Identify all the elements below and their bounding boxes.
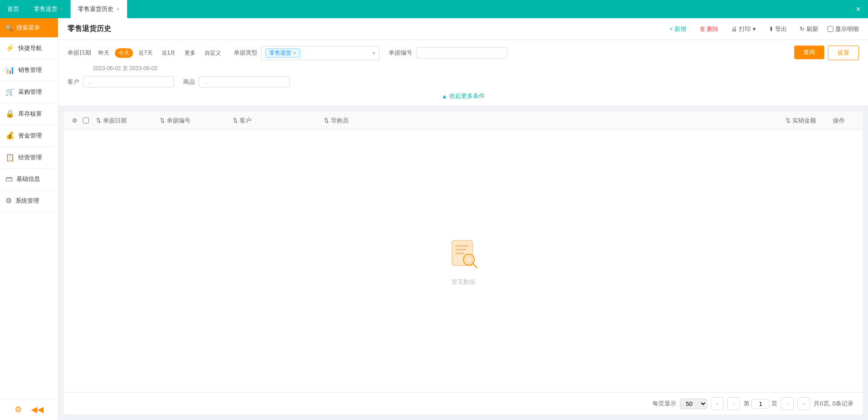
- th-bill-date[interactable]: ⇅ 单据日期: [92, 113, 155, 128]
- print-button-label: 🖨 打印: [731, 25, 751, 33]
- sidebar-item-inventory-label: 库存核算: [18, 110, 42, 118]
- bill-type-tag-remove[interactable]: ×: [293, 50, 296, 56]
- sidebar-item-quick-nav[interactable]: ⚡ 快捷导航: [0, 37, 58, 59]
- tab-retail-return-label: 零售退货: [34, 5, 57, 13]
- date-shortcuts: 昨天 今天 近7天 近1月 更多 自定义: [95, 48, 225, 58]
- sidebar-settings-icon[interactable]: ⚙: [15, 405, 22, 415]
- goods-input[interactable]: [199, 76, 290, 87]
- date-btn-last1month[interactable]: 近1月: [158, 48, 180, 58]
- filter-bill-type: 单据类型 零售退货 × ▾: [234, 46, 380, 60]
- query-button[interactable]: 查询: [794, 46, 824, 59]
- system-mgmt-icon: ⚙: [5, 196, 12, 205]
- bill-no-input[interactable]: [416, 47, 507, 59]
- svg-rect-3: [455, 252, 464, 254]
- th-guide-sort-icon: ⇅: [324, 117, 329, 124]
- sidebar-bottom: ⚙ ◀◀: [0, 399, 58, 420]
- export-button-label: ⬆ 导出: [769, 25, 787, 33]
- th-customer-label: 客户: [240, 117, 252, 125]
- date-btn-today[interactable]: 今天: [115, 48, 133, 58]
- th-bill-no-label: 单据编号: [167, 117, 190, 125]
- th-amount-label: 实销金额: [792, 117, 816, 125]
- new-button-label: + 新增: [669, 25, 686, 33]
- sidebar-audio-icon[interactable]: ◀◀: [31, 405, 44, 415]
- page-size-select[interactable]: 50 10 20 100: [680, 399, 707, 409]
- refresh-button[interactable]: ↻ 刷新: [796, 23, 822, 35]
- date-btn-more[interactable]: 更多: [181, 48, 199, 58]
- empty-state: 暂无数据: [445, 236, 482, 286]
- customer-input[interactable]: [83, 76, 174, 87]
- th-customer[interactable]: ⇅ 客户: [228, 113, 319, 128]
- sidebar-search[interactable]: 🔍 搜索菜单: [0, 18, 58, 37]
- sidebar-item-operation-mgmt[interactable]: 📋 经营管理: [0, 147, 58, 169]
- th-customer-sort-icon: ⇅: [233, 117, 238, 124]
- th-amount[interactable]: ⇅ 实销金额: [383, 113, 821, 128]
- th-checkbox[interactable]: [80, 114, 92, 127]
- settings-gear-icon: ⚙: [72, 117, 77, 124]
- sidebar-item-system-mgmt[interactable]: ⚙ 系统管理: [0, 190, 58, 212]
- date-btn-last7[interactable]: 近7天: [135, 48, 156, 58]
- table-container: ⚙ ⇅ 单据日期 ⇅ 单据编号 ⇅ 客户: [64, 112, 863, 415]
- window-close-button[interactable]: ×: [848, 5, 868, 14]
- setting-button[interactable]: 设置: [828, 46, 859, 60]
- tab-retail-return-history[interactable]: 零售退货历史 ×: [71, 0, 127, 18]
- sidebar-item-finance-mgmt[interactable]: 💰 资金管理: [0, 125, 58, 147]
- export-button[interactable]: ⬆ 导出: [765, 23, 791, 35]
- table-area: ⚙ ⇅ 单据日期 ⇅ 单据编号 ⇅ 客户: [58, 106, 868, 420]
- page-header: 零售退货历史 + 新增 🗑 删除 🖨 打印 ▾ ⬆ 导出 ↻ 刷新: [58, 18, 868, 40]
- sidebar-item-basic-info-label: 基础信息: [16, 175, 40, 183]
- date-btn-yesterday[interactable]: 昨天: [95, 48, 113, 58]
- select-all-checkbox[interactable]: [83, 118, 89, 123]
- date-btn-custom[interactable]: 自定义: [201, 48, 225, 58]
- sidebar-item-purchase-mgmt-label: 采购管理: [18, 88, 42, 96]
- page-label: 第: [744, 400, 750, 408]
- sidebar-item-sales-mgmt[interactable]: 📊 销售管理: [0, 59, 58, 81]
- tab-retail-return-history-close[interactable]: ×: [116, 6, 119, 12]
- prev-page-button[interactable]: ‹: [727, 397, 740, 410]
- sidebar-item-sales-mgmt-label: 销售管理: [18, 66, 42, 74]
- tab-retail-return-close[interactable]: ×: [60, 6, 63, 12]
- page-input[interactable]: [751, 399, 770, 409]
- page-info: 第 页: [744, 399, 777, 409]
- delete-button[interactable]: 🗑 删除: [696, 23, 723, 35]
- bill-type-select[interactable]: 零售退货 × ▾: [261, 46, 380, 60]
- tab-retail-return[interactable]: 零售退货 ×: [26, 0, 71, 18]
- filter-row-2: 客户 商品: [67, 76, 859, 87]
- first-page-button[interactable]: «: [711, 397, 724, 410]
- sidebar-item-quick-nav-label: 快捷导航: [18, 44, 42, 52]
- print-button[interactable]: 🖨 打印 ▾: [728, 23, 760, 35]
- th-action: 操作: [821, 113, 857, 128]
- svg-rect-2: [455, 249, 467, 251]
- sidebar-item-inventory[interactable]: 🔒 库存核算: [0, 103, 58, 125]
- collapse-up-icon: ▲: [442, 93, 447, 100]
- search-icon: 🔍: [5, 25, 13, 31]
- bill-type-tag: 零售退货 ×: [265, 48, 300, 58]
- quick-nav-icon: ⚡: [5, 44, 15, 52]
- th-settings[interactable]: ⚙: [69, 113, 80, 128]
- action-buttons: 查询 设置: [794, 46, 859, 60]
- next-page-button[interactable]: ›: [781, 397, 794, 410]
- last-page-button[interactable]: »: [797, 397, 810, 410]
- th-guide[interactable]: ⇅ 导购员: [319, 113, 383, 128]
- tab-home[interactable]: 首页: [0, 0, 26, 18]
- th-amount-sort-icon: ⇅: [786, 117, 791, 124]
- show-detail-checkbox[interactable]: [827, 26, 833, 32]
- show-detail-toggle: 显示明细: [827, 25, 859, 33]
- sidebar-item-basic-info[interactable]: 🗃 基础信息: [0, 169, 58, 190]
- svg-rect-1: [455, 245, 469, 247]
- page-unit: 页: [771, 400, 777, 408]
- top-bar: 首页 零售退货 × 零售退货历史 × ×: [0, 0, 868, 18]
- th-bill-no[interactable]: ⇅ 单据编号: [155, 113, 228, 128]
- filter-row-1: 单据日期 昨天 今天 近7天 近1月 更多 自定义 单据类型: [67, 46, 859, 60]
- sales-mgmt-icon: 📊: [5, 66, 15, 74]
- empty-state-icon: [445, 236, 482, 272]
- sidebar-item-purchase-mgmt[interactable]: 🛒 采购管理: [0, 81, 58, 103]
- customer-label: 客户: [67, 78, 79, 86]
- filter-bill-no: 单据编号: [389, 47, 507, 59]
- tab-retail-return-history-label: 零售退货历史: [78, 5, 113, 13]
- main-layout: 🔍 搜索菜单 ⚡ 快捷导航 📊 销售管理 🛒 采购管理 🔒 库存核算 💰 资金管…: [0, 18, 868, 420]
- filter-area: 单据日期 昨天 今天 近7天 近1月 更多 自定义 单据类型: [58, 40, 868, 106]
- filter-goods: 商品: [183, 76, 290, 87]
- operation-mgmt-icon: 📋: [5, 153, 15, 162]
- collapse-filter-button[interactable]: ▲ 收起更多条件: [67, 92, 859, 100]
- new-button[interactable]: + 新增: [666, 23, 690, 35]
